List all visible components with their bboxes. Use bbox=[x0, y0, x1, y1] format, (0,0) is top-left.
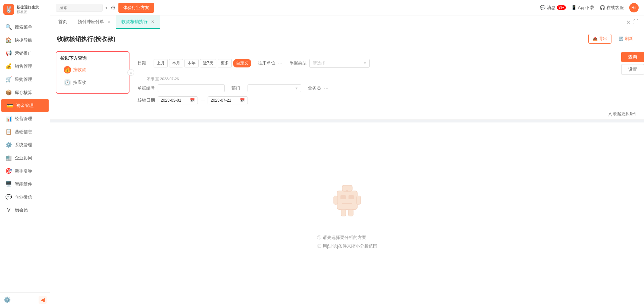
nav-label-enterprise: 企业协同 bbox=[15, 155, 32, 161]
sidebar-item-wechat[interactable]: 💬企业微信 bbox=[0, 191, 50, 204]
service-icon: 🎧 bbox=[600, 5, 605, 10]
refresh-button[interactable]: 🔄 刷新 bbox=[614, 34, 637, 44]
sidebar-item-finance[interactable]: 💳资金管理 bbox=[1, 99, 49, 112]
filter-billtype-item: 单据类型 请选择 ▾ bbox=[289, 59, 370, 68]
counterpart-label: 往来单位 bbox=[258, 60, 275, 66]
sidebar-item-search[interactable]: 🔍搜索菜单 bbox=[0, 20, 50, 34]
sidebar-item-marketing[interactable]: 📢营销推广 bbox=[0, 47, 50, 60]
filter-option-by-receivable[interactable]: 🕐按应收 bbox=[60, 77, 125, 88]
nav-label-member: 畅会员 bbox=[15, 207, 28, 213]
filter-row-3: 核销日期 2023-03-01 📅 — 2023-07-21 📅 bbox=[138, 96, 644, 104]
tab-prepay[interactable]: 预付冲应付单✕ bbox=[72, 15, 116, 29]
date-btn-this-year[interactable]: 本年 bbox=[184, 59, 199, 67]
tab-expand-icon[interactable]: ⛶ bbox=[633, 19, 639, 25]
date-btn-last-month[interactable]: 上月 bbox=[154, 59, 168, 67]
svg-rect-2 bbox=[348, 195, 354, 199]
date-btn-custom[interactable]: 自定义 bbox=[233, 59, 251, 67]
date-buttons: 上月 本月 本年 近7天 更多 自定义 bbox=[154, 59, 251, 67]
nav-icon-system: ⚙️ bbox=[5, 142, 12, 148]
empty-state: 请先选择要分析的方案 用[过滤]条件来缩小分析范围 bbox=[50, 122, 644, 307]
date-sublabel: 不限 至 2023-07-26 bbox=[147, 77, 179, 81]
tab-close-collection[interactable]: ✕ bbox=[151, 19, 154, 24]
sidebar-item-inventory[interactable]: 📦库存核算 bbox=[0, 86, 50, 99]
nav-icon-finance: 💳 bbox=[7, 102, 13, 109]
nav-icon-purchase: 🛒 bbox=[5, 76, 12, 83]
filter-option-by-receipt[interactable]: 💰按收款 bbox=[60, 64, 125, 75]
filter-left-panel: 按以下方查询 💰按收款🕐按应收 « bbox=[56, 51, 129, 108]
nav-label-guide: 新手引导 bbox=[15, 168, 32, 174]
nav-icon-marketing: 📢 bbox=[5, 50, 12, 56]
collapse-more-label: 收起更多条件 bbox=[613, 111, 637, 117]
sidebar-item-basic-info[interactable]: 📋基础信息 bbox=[0, 125, 50, 138]
main-area: ▾ ⚙ 体验行业方案 💬 消息 99+ 📱 App下载 🎧 在线客服 Rit 首… bbox=[50, 0, 644, 307]
dept-chevron-icon: ▾ bbox=[296, 86, 298, 91]
page-actions: 📤 导出 🔄 刷新 bbox=[588, 34, 637, 44]
tab-close-all-icon[interactable]: ✕ bbox=[626, 19, 631, 25]
filter-row-1: 日期 上月 本月 本年 近7天 更多 自定义 往来单位 bbox=[138, 51, 644, 75]
message-button[interactable]: 💬 消息 99+ bbox=[540, 5, 566, 11]
counterpart-input[interactable]: ··· bbox=[278, 60, 282, 66]
date-btn-more[interactable]: 更多 bbox=[218, 59, 232, 67]
filter-option-icon-by-receipt: 💰 bbox=[64, 66, 71, 73]
billtype-select[interactable]: 请选择 ▾ bbox=[309, 59, 370, 68]
filter-date-item: 日期 上月 本月 本年 近7天 更多 自定义 bbox=[138, 59, 251, 67]
date-btn-this-month[interactable]: 本月 bbox=[169, 59, 183, 67]
sidebar-settings-icon[interactable]: ⚙️ bbox=[3, 296, 11, 304]
export-button[interactable]: 📤 导出 bbox=[588, 34, 611, 44]
nav-label-basic-info: 基础信息 bbox=[15, 129, 32, 135]
sidebar-item-quick-nav[interactable]: 🏠快捷导航 bbox=[0, 34, 50, 47]
sidebar-item-guide[interactable]: 🎯新手引导 bbox=[0, 164, 50, 177]
billno-input[interactable] bbox=[158, 84, 225, 92]
nav-icon-member: V bbox=[5, 207, 12, 213]
salesperson-input[interactable]: ··· bbox=[324, 85, 328, 91]
app-download-button[interactable]: 📱 App下载 bbox=[571, 5, 594, 11]
filter-option-label-by-receivable: 按应收 bbox=[73, 80, 86, 86]
sidebar-footer: ⚙️ ◀ bbox=[0, 292, 50, 307]
filter-writeoff-date-item: 核销日期 2023-03-01 📅 — 2023-07-21 📅 bbox=[138, 96, 248, 104]
sidebar-item-enterprise[interactable]: 🏢企业协同 bbox=[0, 151, 50, 164]
filter-settings-button[interactable]: 设置 bbox=[621, 64, 644, 75]
user-avatar[interactable]: Rit bbox=[629, 3, 639, 12]
collapse-more-button[interactable]: ⋀ 收起更多条件 bbox=[608, 111, 637, 117]
empty-tip-2: 用[过滤]条件来缩小分析范围 bbox=[317, 242, 377, 251]
tab-close-prepay[interactable]: ✕ bbox=[107, 19, 111, 24]
dept-select[interactable]: ▾ bbox=[248, 84, 301, 92]
filter-right-panel: 日期 上月 本月 本年 近7天 更多 自定义 往来单位 bbox=[129, 51, 644, 108]
query-button[interactable]: 查询 bbox=[621, 52, 644, 62]
nav-label-hardware: 智能硬件 bbox=[15, 181, 32, 187]
date-btn-7days[interactable]: 近7天 bbox=[200, 59, 216, 67]
topbar-left: ▾ ⚙ 体验行业方案 bbox=[56, 3, 536, 13]
writeoff-end-input[interactable]: 2023-07-21 📅 bbox=[208, 96, 248, 104]
sidebar-item-member[interactable]: V畅会员 bbox=[0, 204, 50, 216]
message-icon: 💬 bbox=[540, 5, 545, 10]
tab-home[interactable]: 首页 bbox=[53, 15, 72, 29]
tabbar: 首页预付冲应付单✕收款核销执行✕ ✕ ⛶ bbox=[50, 15, 644, 29]
calendar-icon-end: 📅 bbox=[240, 98, 245, 103]
tab-collection[interactable]: 收款核销执行✕ bbox=[116, 15, 160, 29]
nav-label-system: 系统管理 bbox=[15, 142, 32, 148]
sidebar-item-hardware[interactable]: 🖥️智能硬件 bbox=[0, 177, 50, 191]
sidebar-item-purchase[interactable]: 🛒采购管理 bbox=[0, 73, 50, 86]
sidebar-item-operations[interactable]: 📊经营管理 bbox=[0, 112, 50, 125]
nav-icon-hardware: 🖥️ bbox=[5, 181, 12, 187]
svg-rect-3 bbox=[342, 203, 352, 204]
sidebar-header: 🐰 畅捷通好生意 标准版 bbox=[0, 0, 50, 19]
page-header: 收款核销执行(按收款) 📤 导出 🔄 刷新 bbox=[50, 29, 644, 47]
tab-label-home: 首页 bbox=[58, 19, 67, 25]
customer-service-button[interactable]: 🎧 在线客服 bbox=[600, 5, 624, 11]
search-input[interactable] bbox=[56, 4, 103, 12]
topbar-settings-icon[interactable]: ⚙ bbox=[110, 4, 116, 11]
sidebar-item-system[interactable]: ⚙️系统管理 bbox=[0, 138, 50, 151]
user-icon: Rit bbox=[629, 3, 639, 12]
solution-button[interactable]: 体验行业方案 bbox=[118, 3, 154, 13]
sidebar-item-sales[interactable]: 💰销售管理 bbox=[0, 60, 50, 73]
salesperson-label: 业务员 bbox=[308, 85, 321, 91]
tab-label-collection: 收款核销执行 bbox=[121, 19, 148, 25]
nav-label-operations: 经营管理 bbox=[15, 116, 32, 122]
writeoff-start-input[interactable]: 2023-03-01 📅 bbox=[158, 96, 198, 104]
filter-collapse-button[interactable]: « bbox=[127, 69, 134, 76]
nav-icon-guide: 🎯 bbox=[5, 168, 12, 174]
topbar-chevron-icon[interactable]: ▾ bbox=[105, 5, 108, 10]
sidebar-collapse-icon[interactable]: ◀ bbox=[39, 296, 47, 304]
billtype-chevron-icon: ▾ bbox=[364, 61, 366, 65]
